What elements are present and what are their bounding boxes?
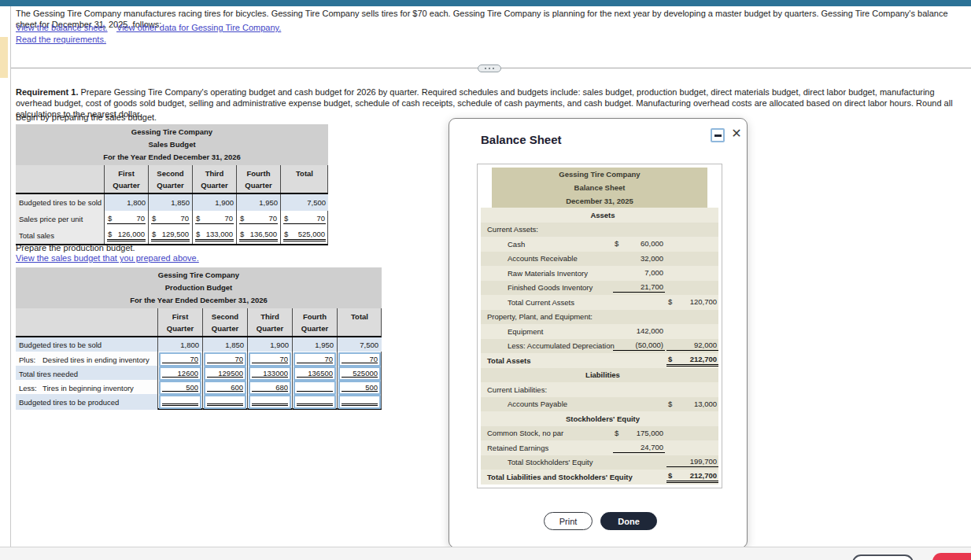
- column-header-line: First: [158, 311, 202, 322]
- balance-sheet-label: Total Liabilities and Stockholders' Equi…: [481, 473, 633, 481]
- production-budget-cell: [247, 352, 292, 367]
- production-budget-body: Budgeted tires to be sold1,8001,8501,900…: [16, 337, 382, 410]
- balance-sheet-row: Current Assets:: [481, 223, 718, 238]
- input-box: [204, 381, 246, 395]
- budget-cell-input[interactable]: [162, 383, 198, 392]
- row-label: Total sales: [16, 227, 104, 244]
- minimize-icon[interactable]: [711, 128, 725, 142]
- production-budget-cell: 7,500: [337, 337, 382, 352]
- budget-cell-input[interactable]: [297, 383, 333, 392]
- balance-sheet-row: Raw Materials Inventory7,000: [481, 266, 718, 281]
- budget-cell-input[interactable]: [342, 397, 378, 406]
- amount-value: 32,000: [641, 254, 663, 263]
- read-requirements-link[interactable]: Read the requirements.: [16, 35, 106, 44]
- budget-cell-input[interactable]: [342, 369, 378, 378]
- production-budget-cell: [157, 380, 202, 396]
- dollar-sign: $: [108, 214, 112, 223]
- budget-cell-input[interactable]: [252, 355, 288, 363]
- close-icon[interactable]: ✕: [729, 126, 744, 140]
- cell-value: 70: [180, 214, 189, 223]
- column-header: Total: [337, 308, 382, 336]
- amount-value: 92,000: [694, 341, 717, 349]
- production-budget-cell: [292, 352, 337, 367]
- input-box: [159, 381, 201, 395]
- balance-sheet-label: Stockholders' Equity: [559, 414, 640, 423]
- view-other-data-link[interactable]: View other data for Gessing Tire Company…: [116, 23, 281, 32]
- sales-budget-cell: $126,000: [104, 227, 148, 244]
- budget-cell-input[interactable]: [342, 383, 378, 392]
- column-header: ThirdQuarter: [247, 308, 292, 336]
- sales-budget-cell: 1,900: [192, 194, 236, 211]
- balance-sheet-row: Current Liabilities:: [481, 382, 718, 397]
- dollar-sign: $: [240, 214, 244, 223]
- column-header-line: Third: [248, 311, 292, 322]
- budget-cell-input[interactable]: [297, 355, 333, 363]
- input-box: [338, 352, 381, 367]
- app-window: The Gessing Tire Company manufactures ra…: [0, 0, 971, 560]
- budget-cell-input[interactable]: [252, 369, 288, 378]
- balance-sheet-amount: 32,000: [613, 254, 665, 263]
- sales-budget-row: Total sales$126,000$129,500$133,000$136,…: [16, 227, 327, 244]
- requirement-label: Requirement 1.: [16, 87, 78, 97]
- budget-cell-input[interactable]: [342, 355, 378, 363]
- footer-secondary-button[interactable]: [852, 554, 914, 560]
- row-label: Less:Tires in beginning inventory: [16, 380, 157, 396]
- amount-value: 175,000: [637, 429, 663, 437]
- budget-cell-input[interactable]: [297, 369, 333, 378]
- column-header-line: Quarter: [237, 179, 280, 191]
- production-budget-cell: [202, 394, 247, 410]
- budget-cell-input[interactable]: [252, 397, 288, 406]
- sales-budget-row: Budgeted tires to be sold1,8001,8501,900…: [16, 194, 327, 211]
- budget-cell-input[interactable]: [162, 369, 198, 378]
- column-header-line: Fourth: [237, 168, 280, 179]
- view-sales-budget-link[interactable]: View the sales budget that you prepared …: [16, 253, 199, 263]
- budget-cell-input[interactable]: [207, 369, 243, 378]
- footer-primary-button[interactable]: [932, 553, 971, 560]
- production-budget-row: Total tires needed: [16, 366, 381, 380]
- input-box: [159, 367, 201, 381]
- production-budget-cell: [247, 366, 292, 381]
- budget-cell-input[interactable]: [162, 355, 198, 363]
- sales-budget-prompt: Begin by preparing the sales budget.: [16, 112, 157, 123]
- balance-sheet-section-header: Stockholders' Equity: [481, 411, 718, 426]
- footer-bar: [0, 547, 971, 560]
- column-header-line: Quarter: [248, 322, 292, 334]
- row-label-text: Desired tires in ending inventory: [42, 356, 150, 364]
- row-label-text: Budgeted tires to be produced: [19, 398, 119, 407]
- input-box: [249, 381, 291, 395]
- production-budget-cell: [202, 366, 247, 381]
- modal-title: Balance Sheet: [481, 133, 562, 146]
- money-value: $126,000: [107, 230, 146, 241]
- print-button[interactable]: Print: [544, 512, 593, 530]
- cell-value: 70: [268, 214, 277, 223]
- view-balance-sheet-link[interactable]: View the balance sheet.: [16, 23, 108, 32]
- row-label-text: Total tires needed: [19, 370, 78, 378]
- budget-cell-input[interactable]: [162, 397, 198, 406]
- column-header-spacer: [16, 165, 104, 193]
- cell-value: 70: [224, 214, 233, 223]
- money-value: $525,000: [283, 230, 326, 241]
- column-header-line: Fourth: [293, 311, 337, 322]
- budget-cell-input[interactable]: [252, 383, 288, 392]
- production-budget-cell: [157, 394, 202, 410]
- balance-sheet-row: Retained Earnings24,700: [481, 440, 718, 455]
- balance-sheet-amount: $120,700: [666, 297, 718, 307]
- left-rail-tab[interactable]: [0, 37, 8, 78]
- production-budget-row: Less:Tires in beginning inventory: [16, 380, 381, 394]
- balance-sheet-row: Total Assets$212,700: [481, 353, 718, 368]
- budget-cell-input[interactable]: [207, 383, 243, 392]
- balance-sheet-label: Accounts Payable: [481, 400, 567, 408]
- amount-value: 142,000: [637, 326, 663, 335]
- balance-sheet-amount: $212,700: [666, 471, 718, 483]
- balance-sheet-row: Total Current Assets$120,700: [481, 295, 718, 310]
- balance-sheet-row: Accounts Receivable32,000: [481, 252, 718, 267]
- money-value: $129,500: [151, 230, 190, 241]
- budget-cell-input[interactable]: [207, 397, 243, 406]
- done-button[interactable]: Done: [600, 512, 657, 530]
- divider-drag-handle[interactable]: [478, 64, 501, 72]
- input-box: [338, 395, 381, 409]
- column-header-line: Quarter: [158, 322, 202, 334]
- budget-cell-input[interactable]: [207, 355, 243, 363]
- budget-cell-input[interactable]: [297, 397, 333, 406]
- balance-sheet-amount: $175,000: [613, 429, 665, 438]
